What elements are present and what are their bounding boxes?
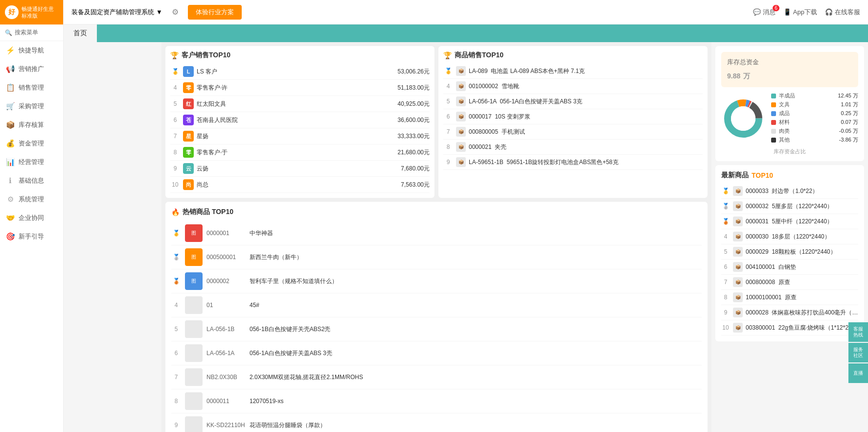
online-service-button[interactable]: 🎧 在线客服 (825, 8, 860, 17)
tab-home-label: 首页 (73, 29, 87, 38)
hot-rank-number: 🥈 (171, 254, 181, 261)
header-right: 💬 消息 6 📱 App下载 🎧 在线客服 (753, 8, 860, 17)
rank-value: 7,680.00元 (401, 165, 430, 173)
rank-name: 星扬 (197, 132, 395, 141)
system-label: 系统管理 (19, 195, 44, 204)
hot-product-row: 🥈 图 000500001 新西兰牛肉（新牛） (171, 245, 702, 269)
prod-rank-name: 001000002 雪地靴 (469, 82, 703, 91)
message-button[interactable]: 💬 消息 6 (753, 8, 776, 17)
rank-value: 40,925.00元 (398, 100, 430, 108)
sidebar-item-purchase[interactable]: 🛒 采购管理 (0, 97, 63, 116)
finance-icon: 💰 (6, 139, 15, 148)
new-prod-icon: 📦 (733, 308, 743, 317)
rank-avatar: 尚 (183, 179, 194, 190)
basics-label: 基础信息 (19, 176, 44, 185)
new-product-info: 0000030 18多层（1220*2440） (746, 233, 858, 241)
new-product-info: 003800001 22g鱼豆腐·烧烤味（1*12*20） (746, 324, 858, 332)
legend-name: 半成品 (779, 92, 835, 99)
new-rank-number: 4 (721, 233, 730, 240)
legend-item: 半成品 12.45 万 (771, 92, 858, 99)
prod-rank-name: LA-089 电池盖 LA-089 ABS本色+黑种 7.1克 (469, 67, 703, 75)
search-icon: 🔍 (5, 29, 12, 36)
hot-product-name: 2.0X30MM双搓花轴,搓花直径2.1MM/ROHS (250, 373, 702, 382)
new-product-row: 8 📦 10000100001 原查 (721, 290, 858, 305)
customer-ranking-title: 🏆 客户销售TOP10 (170, 51, 430, 60)
rank-value: 33,333.00元 (398, 132, 430, 141)
donut-section: 半成品 12.45 万 文具 1.01 万 成品 0.25 万 材料 0.07 … (721, 92, 858, 145)
sidebar-item-sales[interactable]: 📋 销售管理 (0, 78, 63, 97)
hot-product-code: LA-056-1B (206, 326, 246, 333)
inventory-label: 库存核算 (19, 120, 44, 129)
hot-product-code: 01 (206, 302, 246, 309)
sidebar-search[interactable]: 🔍 搜索菜单 (0, 24, 63, 41)
prod-rank-name: LA-056-1A 056-1A白色按键开关盖ABS 3克 (469, 97, 703, 106)
legend-name: 文具 (779, 101, 838, 108)
hot-product-name: 45# (250, 302, 702, 309)
marketing-label: 营销推广 (19, 65, 44, 73)
hot-product-img (185, 320, 203, 338)
legend-value: -0.05 万 (839, 127, 858, 135)
sidebar-item-guide[interactable]: 🎯 新手引导 (0, 227, 63, 246)
legend-value: 12.45 万 (838, 92, 858, 99)
sidebar-item-finance[interactable]: 💰 资金管理 (0, 134, 63, 153)
prod-rank-number: 8 (443, 144, 453, 150)
rank-value: 53,006.26元 (398, 68, 430, 76)
rank-name: 零售客户·于 (197, 148, 395, 157)
new-rank-number: 6 (721, 264, 730, 270)
rank-avatar: 苍 (183, 115, 194, 125)
prod-icon: 📦 (456, 112, 466, 121)
new-product-row: 6 📦 004100001 白钢垫 (721, 260, 858, 275)
customer-rank-row: 10 尚 尚总 7,563.00元 (170, 177, 430, 193)
float-live[interactable]: 直播 (848, 363, 868, 383)
hot-product-code: 0000002 (206, 278, 246, 285)
rank-avatar: 零 (183, 82, 194, 93)
headset-icon: 🎧 (825, 8, 833, 16)
rank-value: 21,680.00元 (398, 148, 430, 157)
rank-value: 7,563.00元 (401, 181, 430, 189)
product-rank-row: 9 📦 LA-59651-1B 59651-1B旋转投影灯电池盒ABS黑色+58… (443, 155, 703, 170)
prod-rank-name: 0000017 10S 变刺罗浆 (469, 113, 703, 121)
new-product-info: 000800008 原查 (746, 278, 858, 287)
legend-item: 其他 -3.86 万 (771, 136, 858, 144)
inventory-amount: 9.88 万 (727, 69, 852, 81)
hot-product-img: 图 (185, 224, 203, 242)
hot-product-code: 000500001 (206, 254, 246, 261)
legend-dot (771, 129, 776, 134)
new-rank-number: 🥉 (721, 218, 730, 225)
new-product-info: 0000033 封边带（1.0*22） (746, 187, 858, 195)
rank-name: 零售客户·许 (197, 84, 395, 92)
rank-avatar: 零 (183, 147, 194, 158)
float-customer-service[interactable]: 客服热线 (848, 322, 868, 342)
hot-products-title: 🔥 热销商品 TOP10 (171, 208, 702, 216)
settings-button[interactable]: ⚙ (168, 5, 182, 19)
new-product-info: 004100001 白钢垫 (746, 263, 858, 271)
float-service-community[interactable]: 服务社区 (848, 343, 868, 362)
tab-home[interactable]: 首页 (64, 24, 97, 42)
new-product-row: 4 📦 0000030 18多层（1220*2440） (721, 229, 858, 244)
customer-ranking-card: 🏆 客户销售TOP10 🥇 L LS 客户 53,006.26元 4 零 零售客… (165, 46, 434, 198)
product-ranking-list: 🥇 📦 LA-089 电池盖 LA-089 ABS本色+黑种 7.1克 4 📦 … (443, 64, 703, 170)
left-panel (64, 42, 161, 432)
sidebar-item-operations[interactable]: 📊 经营管理 (0, 153, 63, 171)
hot-rank-number: 8 (171, 398, 181, 405)
phone-icon: 📱 (783, 8, 791, 16)
system-title-dropdown[interactable]: 装备及固定资产辅助管理系统 ▼ (71, 8, 162, 17)
new-product-row: 5 📦 0000029 18颗粒板（1220*2440） (721, 244, 858, 260)
rank-value: 51,183.00元 (398, 84, 430, 92)
trial-button[interactable]: 体验行业方案 (188, 5, 242, 20)
app-download-button[interactable]: 📱 App下载 (783, 8, 817, 17)
purchase-label: 采购管理 (19, 102, 44, 111)
quicknav-icon: ⚡ (6, 46, 15, 55)
rank-number: 9 (170, 165, 180, 172)
rank-avatar: 星 (183, 131, 194, 142)
sidebar-item-system[interactable]: ⚙ 系统管理 (0, 190, 63, 209)
hot-rank-number: 5 (171, 326, 181, 333)
inventory-title: 库存总资金 (727, 58, 852, 67)
sidebar-item-quicknav[interactable]: ⚡ 快捷导航 (0, 41, 63, 60)
sidebar-item-marketing[interactable]: 📢 营销推广 (0, 60, 63, 78)
prod-rank-name: 000800005 手机测试 (469, 128, 703, 136)
sidebar-item-inventory[interactable]: 📦 库存核算 (0, 116, 63, 134)
new-prod-icon: 📦 (733, 247, 743, 257)
sidebar-item-collab[interactable]: 🤝 企业协同 (0, 209, 63, 227)
sidebar-item-basics[interactable]: ℹ 基础信息 (0, 171, 63, 190)
